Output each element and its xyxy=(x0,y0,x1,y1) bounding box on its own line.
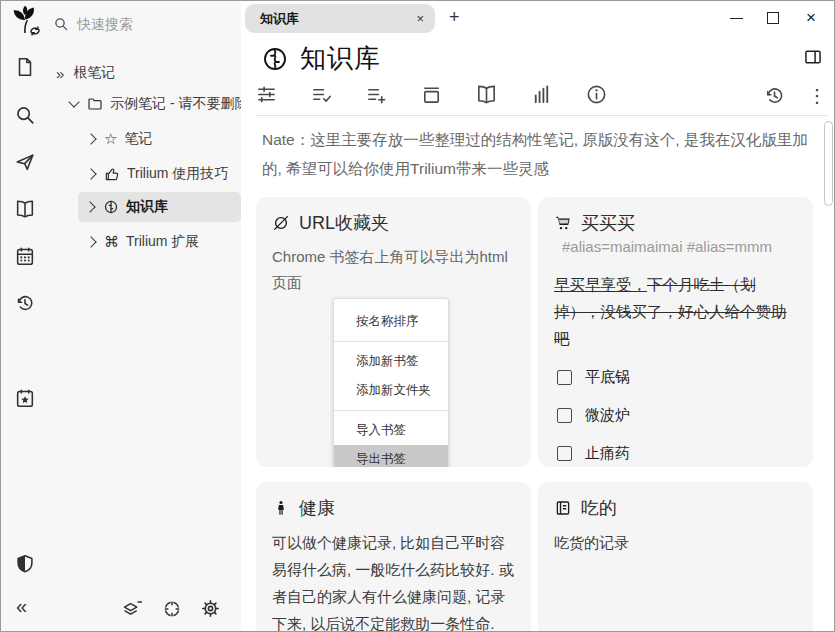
new-note-icon[interactable] xyxy=(14,56,36,78)
card-health[interactable]: 健康 可以做个健康记录, 比如自己平时容易得什么病, 一般吃什么药比较好. 或者… xyxy=(256,482,531,632)
card-title-text: 健康 xyxy=(299,496,335,520)
tab-close-icon[interactable]: × xyxy=(416,11,424,26)
card-shopping[interactable]: 买买买 #alias=maimaimai #alias=mmm 早买早享受，下个… xyxy=(538,197,813,467)
chevron-right-icon[interactable] xyxy=(85,168,96,179)
card-body-text: Chrome 书签右上角可以导出为html页面 xyxy=(272,244,515,296)
chevron-right-icon[interactable] xyxy=(85,133,96,144)
card-body-text: 可以做个健康记录, 比如自己平时容易得什么病, 一般吃什么药比较好. 或者自己的… xyxy=(272,529,515,632)
menu-divider xyxy=(334,341,448,342)
checklist-label: 止痛药 xyxy=(585,444,630,463)
menu-item: 导入书签 xyxy=(334,416,448,445)
brain-icon xyxy=(261,45,289,73)
tab-label: 知识库 xyxy=(260,10,299,28)
note-attributes: #alias=maimaimai #alias=mmm xyxy=(562,235,772,259)
tree-item-label: Trilium 使用技巧 xyxy=(127,165,228,183)
tree-item-examples[interactable]: 示例笔记 - 请不要删除 xyxy=(49,89,241,119)
chevron-right-icon[interactable] xyxy=(85,236,96,247)
tree-item-root[interactable]: » 根笔记 xyxy=(49,58,241,88)
shopping-checklist: 平底锅 微波炉 止痛药 维生素 xyxy=(554,368,797,467)
bookmark-calendar-icon[interactable] xyxy=(14,387,36,409)
checklist-item[interactable]: 平底锅 xyxy=(557,368,797,387)
tree-item-label: 根笔记 xyxy=(73,64,115,82)
checklist-label: 平底锅 xyxy=(585,368,630,387)
note-callout-text: Nate：这里主要存放一些整理过的结构性笔记, 原版没有这个, 是我在汉化版里加… xyxy=(262,125,824,183)
menu-divider xyxy=(334,410,448,411)
chevron-right-icon[interactable] xyxy=(84,201,95,212)
recent-changes-icon[interactable] xyxy=(14,292,36,314)
menu-item: 添加新书签 xyxy=(334,347,448,376)
left-panel: « » 根笔记 示例笔记 - 请不要删除 ☆ 笔记 xyxy=(1,1,241,631)
command-icon: ⌘ xyxy=(104,234,119,250)
folder-icon xyxy=(87,96,103,112)
calendar-icon[interactable] xyxy=(14,245,36,267)
window-close-button[interactable]: × xyxy=(802,1,820,35)
checklist-label: 微波炉 xyxy=(585,406,630,425)
star-icon: ☆ xyxy=(104,131,117,147)
shopping-cart-icon xyxy=(554,214,572,232)
tree-item-label: 示例笔记 - 请不要删除 xyxy=(110,95,241,113)
note-title[interactable]: 知识库 xyxy=(300,41,381,76)
unhoist-layers-icon[interactable] xyxy=(121,598,142,619)
search-icon xyxy=(53,16,69,32)
inherited-attributes-list-plus-icon[interactable] xyxy=(365,83,388,106)
tree-item-trilium-tips[interactable]: Trilium 使用技巧 xyxy=(49,159,241,189)
ribbon-tabs xyxy=(255,83,608,111)
tree-item-knowledge-base[interactable]: 知识库 xyxy=(78,192,241,222)
ribbon-divider xyxy=(255,115,827,116)
underlined-text: 早买早享受， xyxy=(554,276,647,293)
collapse-tree-icon[interactable]: « xyxy=(16,595,27,617)
tree-item-label: 笔记 xyxy=(124,130,152,148)
tree-item-label: Trilium 扩展 xyxy=(126,233,199,251)
male-person-icon xyxy=(272,499,290,517)
menu-item: 按名称排序 xyxy=(334,307,448,336)
book-properties-icon[interactable] xyxy=(475,83,498,106)
note-paths-archive-icon[interactable] xyxy=(420,83,443,106)
basic-properties-sliders-icon[interactable] xyxy=(255,83,278,106)
notepad-icon xyxy=(554,499,572,517)
card-body-text: 吃货的记录 xyxy=(554,529,797,556)
open-book-icon[interactable] xyxy=(14,198,36,220)
bookmarks-menu-image: 按名称排序 添加新书签 添加新文件夹 导入书签 导出书签 xyxy=(333,298,449,467)
card-title-text: 吃的 xyxy=(581,496,617,520)
quick-search[interactable] xyxy=(53,11,235,37)
scrollbar-thumb[interactable] xyxy=(824,121,833,206)
chevron-down-icon[interactable] xyxy=(68,96,79,107)
tree-item-trilium-extensions[interactable]: ⌘ Trilium 扩展 xyxy=(49,227,241,257)
card-title-text: 买买买 xyxy=(581,211,635,235)
checkbox-unchecked[interactable] xyxy=(557,446,572,461)
card-title-text: URL收藏夹 xyxy=(299,211,389,235)
app-window: « » 根笔记 示例笔记 - 请不要删除 ☆ 笔记 xyxy=(0,0,835,632)
search-input[interactable] xyxy=(77,16,217,32)
checklist-item[interactable]: 止痛药 xyxy=(557,444,797,463)
brain-icon xyxy=(103,199,119,215)
card-lead-text: 早买早享受，下个月吃土（划掉），没钱买了，好心人给个赞助吧 xyxy=(554,271,797,352)
scroll-to-active-note-icon[interactable] xyxy=(162,599,182,619)
thumbs-up-icon xyxy=(104,166,120,182)
protected-session-icon[interactable] xyxy=(14,553,36,575)
checkbox-unchecked[interactable] xyxy=(557,408,572,423)
card-food[interactable]: 吃的 吃货的记录 xyxy=(538,482,813,632)
checklist-item[interactable]: 微波炉 xyxy=(557,406,797,425)
owned-attributes-list-check-icon[interactable] xyxy=(310,83,333,106)
jump-to-note-icon[interactable] xyxy=(14,151,36,173)
tree-item-notes[interactable]: ☆ 笔记 xyxy=(49,124,241,154)
menu-item: 添加新文件夹 xyxy=(334,376,448,405)
settings-gear-icon[interactable] xyxy=(200,598,221,619)
tab-knowledge-base[interactable]: 知识库 × xyxy=(245,4,435,33)
tab-bar: 知识库 × + × xyxy=(241,1,835,35)
expand-all-icon[interactable]: » xyxy=(56,65,64,82)
new-tab-button[interactable]: + xyxy=(443,5,466,30)
card-url-favorites[interactable]: URL收藏夹 Chrome 书签右上角可以导出为html页面 按名称排序 添加新… xyxy=(256,197,531,467)
main-panel: 知识库 × + × 知识库 xyxy=(241,1,835,631)
info-circle-icon[interactable] xyxy=(585,83,608,106)
note-revisions-history-icon[interactable] xyxy=(763,84,786,107)
checkbox-unchecked[interactable] xyxy=(557,370,572,385)
create-split-icon[interactable] xyxy=(803,47,823,67)
window-minimize-button[interactable] xyxy=(730,1,746,35)
search-icon[interactable] xyxy=(14,104,36,126)
menu-item-highlighted: 导出书签 xyxy=(334,445,448,467)
window-maximize-button[interactable] xyxy=(767,1,783,35)
more-options-kebab-icon[interactable]: ⋮ xyxy=(808,86,826,106)
sync-status-icon[interactable] xyxy=(28,24,42,38)
note-info-barchart-icon[interactable] xyxy=(530,83,553,106)
